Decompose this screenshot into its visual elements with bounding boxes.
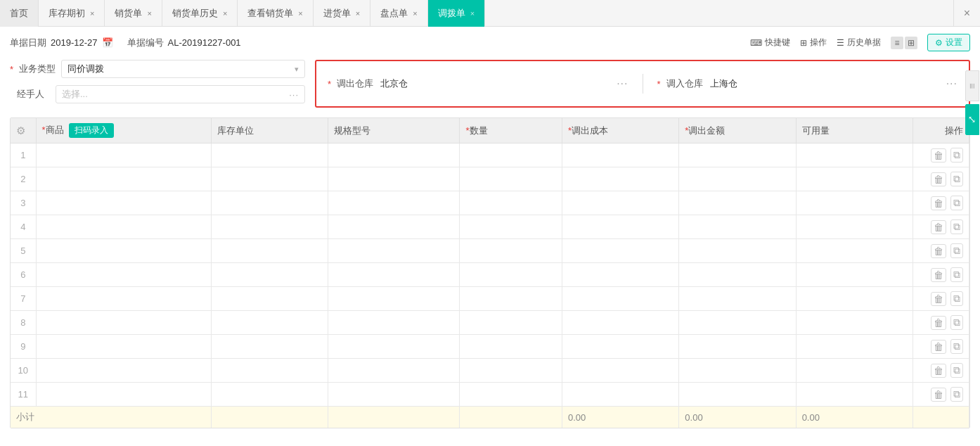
cell-qty-9[interactable] [460,335,562,359]
cell-cost-8[interactable] [562,311,678,335]
cell-qty-5[interactable] [460,239,562,263]
delete-icon-6[interactable]: 🗑 [931,268,946,282]
sidebar-list-btn[interactable]: ≡ [965,70,979,101]
scan-button[interactable]: 扫码录入 [69,123,114,138]
row-num: 2 [11,167,36,191]
biz-type-select[interactable]: 同价调拨 ▾ [61,60,305,78]
cell-qty-1[interactable] [460,144,562,167]
cell-spec-4 [328,215,460,239]
tab-stocktake[interactable]: 盘点单 × [370,0,427,27]
tab-close-inventory[interactable]: × [90,9,94,18]
cell-qty-3[interactable] [460,191,562,215]
cell-goods-10[interactable] [36,359,212,383]
layout-grid-icon[interactable]: ⊞ [905,37,917,49]
ops-btn[interactable]: ⊞ 操作 [800,37,827,49]
delete-icon-1[interactable]: 🗑 [931,148,946,163]
cell-goods-5[interactable] [36,239,212,263]
header-row: 单据日期 2019-12-27 📅 单据编号 AL-20191227-001 ⌨… [10,34,970,51]
copy-icon-6[interactable]: ⧉ [950,267,963,282]
tab-close-purchase[interactable]: × [356,9,360,18]
delete-icon-5[interactable]: 🗑 [931,244,946,258]
sidebar-expand-btn[interactable]: ⤢ [965,104,979,135]
cell-cost-11[interactable] [562,383,678,407]
layout-list-icon[interactable]: ≡ [891,37,903,49]
cell-qty-4[interactable] [460,215,562,239]
agent-more-icon[interactable]: ··· [289,89,299,100]
cell-amount-4 [679,215,796,239]
tab-close-sales[interactable]: × [147,9,151,18]
cell-op-10: 🗑 ⧉ [913,359,969,383]
cell-cost-3[interactable] [562,191,678,215]
cell-goods-4[interactable] [36,215,212,239]
cell-cost-6[interactable] [562,263,678,287]
copy-icon-1[interactable]: ⧉ [950,148,963,163]
tab-close-sales-hist[interactable]: × [223,9,227,18]
tab-sales-history[interactable]: 销货单历史 × [162,0,238,27]
copy-icon-5[interactable]: ⧉ [950,243,963,258]
copy-icon-11[interactable]: ⧉ [950,387,963,402]
copy-icon-7[interactable]: ⧉ [950,291,963,306]
cell-cost-5[interactable] [562,239,678,263]
copy-icon-10[interactable]: ⧉ [950,363,963,378]
delete-icon-3[interactable]: 🗑 [931,196,946,210]
th-goods: *商品 扫码录入 [36,118,212,144]
cell-goods-3[interactable] [36,191,212,215]
cell-qty-7[interactable] [460,287,562,311]
cell-qty-6[interactable] [460,263,562,287]
cell-unit-2 [212,167,328,191]
copy-icon-4[interactable]: ⧉ [950,219,963,234]
cell-goods-11[interactable] [36,383,212,407]
cell-goods-9[interactable] [36,335,212,359]
copy-icon-3[interactable]: ⧉ [950,196,963,210]
cell-goods-2[interactable] [36,167,212,191]
warehouse-in-label: 调入仓库 [666,77,703,90]
delete-icon-10[interactable]: 🗑 [931,364,946,378]
table-gear-icon[interactable]: ⚙ [16,125,25,136]
cell-cost-7[interactable] [562,287,678,311]
warehouse-in-more[interactable]: ··· [946,77,958,90]
cell-goods-7[interactable] [36,287,212,311]
tab-home[interactable]: 首页 [0,0,39,27]
delete-icon-9[interactable]: 🗑 [931,340,946,354]
tab-sales-order[interactable]: 销货单 × [105,0,162,27]
cell-cost-9[interactable] [562,335,678,359]
delete-icon-7[interactable]: 🗑 [931,292,946,306]
cell-goods-1[interactable] [36,144,212,167]
cell-qty-8[interactable] [460,311,562,335]
delete-icon-2[interactable]: 🗑 [931,172,946,186]
shortcuts-btn[interactable]: ⌨ 快捷键 [750,37,790,49]
cell-spec-1 [328,144,460,167]
cell-goods-6[interactable] [36,263,212,287]
tab-view-sales[interactable]: 查看销货单 × [238,0,313,27]
copy-icon-2[interactable]: ⧉ [950,172,963,186]
cell-cost-4[interactable] [562,215,678,239]
delete-icon-11[interactable]: 🗑 [931,388,946,402]
row-num: 3 [11,191,36,215]
cell-goods-8[interactable] [36,311,212,335]
tab-close-view-sales[interactable]: × [298,9,302,18]
settings-button[interactable]: ⚙ 设置 [927,34,970,51]
tab-close-stocktake[interactable]: × [413,9,417,18]
copy-icon-8[interactable]: ⧉ [950,315,963,330]
cell-qty-10[interactable] [460,359,562,383]
tab-inventory-init[interactable]: 库存期初 × [39,0,105,27]
cell-qty-11[interactable] [460,383,562,407]
delete-icon-8[interactable]: 🗑 [931,316,946,330]
cell-cost-2[interactable] [562,167,678,191]
agent-select[interactable]: 选择... ··· [56,85,305,103]
warehouse-out-more[interactable]: ··· [617,77,628,90]
delete-icon-4[interactable]: 🗑 [931,220,946,234]
cell-avail-7 [796,287,913,311]
table-row: 6 🗑 ⧉ [11,263,969,287]
cell-cost-10[interactable] [562,359,678,383]
copy-icon-9[interactable]: ⧉ [950,339,963,354]
tab-close-transfer[interactable]: × [470,9,475,18]
th-amount: *调出金额 [679,118,796,144]
history-btn[interactable]: ☰ 历史单据 [837,37,881,49]
cell-qty-2[interactable] [460,167,562,191]
warehouse-divider [643,74,643,94]
calendar-icon[interactable]: 📅 [102,37,113,48]
tab-purchase[interactable]: 进货单 × [314,0,370,27]
tab-transfer[interactable]: 调拨单 × [428,0,485,27]
cell-cost-1[interactable] [562,144,678,167]
